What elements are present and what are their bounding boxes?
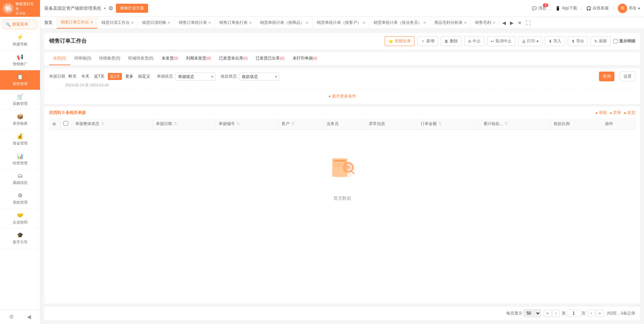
stop-button[interactable]: ⊘ 中止 xyxy=(464,36,484,46)
sort-collected-icon[interactable]: ⇅ xyxy=(505,121,508,126)
sidebar-item-purchase[interactable]: 🛒 采购管理 xyxy=(0,90,40,110)
tab-close-stat-staff[interactable]: ✕ xyxy=(423,21,426,25)
add-button[interactable]: ＋ 新增 xyxy=(417,36,438,46)
tab-sales-stat-customer[interactable]: 销货单统计表（按客户） ✕ xyxy=(313,17,370,28)
tab-sales-more[interactable]: 销售毛利 ✕ xyxy=(471,17,500,28)
count-value: 0 xyxy=(62,110,65,115)
smart-create-button[interactable]: ⭐ 智能生单 xyxy=(385,36,415,46)
delete-button[interactable]: 🗑 删除 xyxy=(441,36,462,46)
topbar-gear-icon[interactable]: ⚙ xyxy=(109,5,113,11)
page-next-btn[interactable]: › xyxy=(588,310,595,317)
sidebar-item-inventory[interactable]: 📦 库存核算 xyxy=(0,110,40,130)
title-dropdown-icon[interactable]: ▾ xyxy=(104,6,106,11)
status-select[interactable]: 单据状态 xyxy=(175,73,215,81)
filter-tab-wangpu[interactable]: 旺铺待发货(0) xyxy=(124,52,158,65)
cancel-review-action-btn[interactable]: ● 弃审 xyxy=(610,110,621,116)
date-more[interactable]: 更多 xyxy=(124,73,135,80)
review-action-btn[interactable]: ● 审核 xyxy=(595,110,607,116)
sort-status-icon[interactable]: ⇅ xyxy=(101,121,104,126)
messages-btn[interactable]: 💬 消息 6 xyxy=(532,5,546,11)
tabs-fullscreen-btn[interactable]: ⛶ xyxy=(524,19,532,27)
page-input[interactable] xyxy=(567,310,581,317)
industry-btn[interactable]: 体验行业方案 xyxy=(116,4,148,13)
expand-conditions-btn[interactable]: ▾ 展开更多条件 xyxy=(326,92,359,100)
print-button[interactable]: 🖨 打印 ▾ xyxy=(518,36,542,46)
cancel-stop-button[interactable]: ↩ 取消中止 xyxy=(487,36,515,46)
tab-close-product-margin[interactable]: ✕ xyxy=(464,21,467,25)
tab-sales-stats[interactable]: 销售订单统计表 ✕ xyxy=(175,17,215,28)
print-dropdown-icon: ▾ xyxy=(536,39,539,44)
sidebar-item-finance[interactable]: 💰 资金管理 xyxy=(0,130,40,150)
tab-close-stat-customer[interactable]: ✕ xyxy=(362,21,365,25)
tab-cash-reconcile[interactable]: 钱货日清对账 ✕ xyxy=(138,17,175,28)
filter-tab-not-printed[interactable]: 未打印单据(0) xyxy=(289,52,321,65)
sort-number-icon[interactable]: ⇅ xyxy=(237,121,240,126)
page-prev-btn[interactable]: ‹ xyxy=(552,310,560,317)
sidebar-item-system[interactable]: ⚙ 系统管理 xyxy=(0,189,40,209)
filter-tab-pending-review[interactable]: 待审核(0) xyxy=(70,52,95,65)
tab-cash-daily[interactable]: 钱货日清工作台 ✕ xyxy=(97,17,138,28)
show-detail-label[interactable]: 显示明细 xyxy=(613,38,635,44)
tab-close-stat-product[interactable]: ✕ xyxy=(306,21,308,25)
tab-close-cash-reconcile[interactable]: ✕ xyxy=(168,21,170,25)
tabs-next-btn[interactable]: ▶ xyxy=(509,19,515,27)
tab-sales-exec[interactable]: 销售订单执行表 ✕ xyxy=(215,17,256,28)
online-service-btn[interactable]: 🎧 在线客服 xyxy=(586,5,609,11)
show-detail-checkbox[interactable] xyxy=(613,39,618,43)
tab-close-sales-more[interactable]: ✕ xyxy=(492,21,495,25)
tabs-close-btn[interactable]: ✕ xyxy=(516,19,523,27)
sidebar-item-basic-info[interactable]: 🗂 基础信息 xyxy=(0,169,40,189)
filter-tab-pending-inspect[interactable]: 待拣验货(0) xyxy=(95,52,124,65)
refresh-icon: ↻ xyxy=(594,39,598,44)
date-custom[interactable]: 自定义 xyxy=(137,73,152,80)
system-icon: ⚙ xyxy=(18,192,23,199)
search-menu-button[interactable]: 🔍 搜索菜单 xyxy=(3,19,37,29)
date-1month[interactable]: 近1月 xyxy=(108,73,122,80)
tabs-prev-btn[interactable]: ◀ xyxy=(501,19,507,27)
tab-product-margin[interactable]: 商品毛利分析表 ✕ xyxy=(430,17,471,28)
user-avatar[interactable]: 用 用友 ▾ xyxy=(618,4,640,13)
tab-close-cash-daily[interactable]: ✕ xyxy=(131,21,134,25)
sidebar-item-guide[interactable]: 🎓 新手引导 xyxy=(0,229,40,248)
sort-customer-icon[interactable]: ⇅ xyxy=(291,121,295,126)
date-yesterday[interactable]: 昨天 xyxy=(67,73,78,80)
refresh-button[interactable]: ↻ 刷新 xyxy=(591,36,611,46)
page-last-btn[interactable]: » xyxy=(596,310,604,317)
tab-sales-stat-product[interactable]: 销货单统计表（按商品） ✕ xyxy=(256,17,313,28)
page-size-select[interactable]: 50 10 20 100 xyxy=(524,309,541,317)
tab-home[interactable]: 首页 xyxy=(40,17,57,28)
filter-tab-overdue[interactable]: 到期未发货(0) xyxy=(182,52,215,65)
settings-button[interactable]: 设置 xyxy=(620,72,635,81)
app-download-btn[interactable]: 📱 App下载 xyxy=(555,5,577,11)
collapse-icon[interactable]: ◀ xyxy=(26,312,32,321)
ship-action-btn[interactable]: ● 发货 xyxy=(624,110,635,116)
filter-tab-shipped-not-out[interactable]: 已发货未出库(0) xyxy=(215,52,252,65)
col-number: 单据编号 ⇅ xyxy=(215,118,278,130)
select-all-checkbox[interactable] xyxy=(63,121,68,126)
sort-date-icon[interactable]: ⇅ xyxy=(174,121,177,126)
date-today[interactable]: 今天 xyxy=(80,73,91,80)
date-7days[interactable]: 近7天 xyxy=(93,73,106,80)
sidebar-item-quick-nav[interactable]: ⚡ 快捷导航 xyxy=(0,31,40,50)
tab-close-sales-stats[interactable]: ✕ xyxy=(208,21,211,25)
sort-amount-icon[interactable]: ⇅ xyxy=(438,121,442,126)
finance-icon: 💰 xyxy=(17,133,24,139)
import-button[interactable]: ⬇ 导入 xyxy=(545,36,565,46)
filter-tab-shipped-out[interactable]: 已发货已出库(0) xyxy=(252,52,288,65)
page-first-btn[interactable]: « xyxy=(544,310,552,317)
tab-close-sales-exec[interactable]: ✕ xyxy=(249,21,252,25)
tab-sales-stat-staff[interactable]: 销货单统计表（按业务员） ✕ xyxy=(370,17,430,28)
sidebar-item-enterprise[interactable]: 🤝 企业协同 xyxy=(0,209,40,229)
payment-select[interactable]: 收款状态 xyxy=(239,73,279,81)
tab-close-sales-order[interactable]: ✕ xyxy=(90,21,93,24)
tab-sales-order[interactable]: 销售订单工作台 ✕ xyxy=(57,17,97,29)
query-button[interactable]: 查询 xyxy=(599,72,614,81)
sidebar-item-sales[interactable]: 📋 销售管理 xyxy=(0,70,40,90)
sidebar-item-marketing[interactable]: 📢 营销推广 xyxy=(0,50,40,70)
export-button[interactable]: ⬆ 导出 xyxy=(568,36,588,46)
filter-tab-not-shipped[interactable]: 未发货(0) xyxy=(158,52,182,65)
column-setting-icon[interactable]: ⚙ xyxy=(52,122,56,126)
settings-bottom-icon[interactable]: ⚙ xyxy=(8,312,15,321)
filter-tab-all[interactable]: 全部(0) xyxy=(49,52,70,65)
sidebar-item-operations[interactable]: 📊 经营管理 xyxy=(0,150,40,169)
